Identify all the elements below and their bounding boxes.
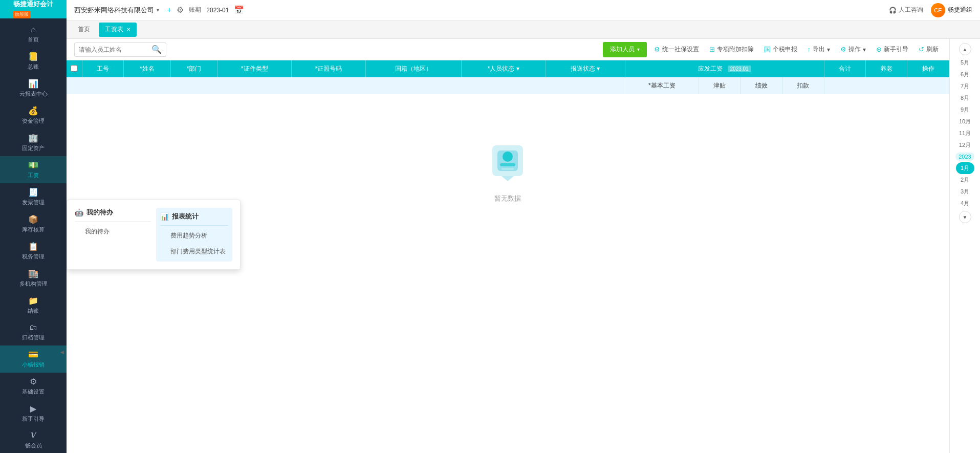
export-dropdown-icon: ▾: [827, 46, 830, 53]
refresh-label: 刷新: [926, 45, 939, 54]
headset-icon: 🎧: [889, 7, 897, 14]
timeline-item-9[interactable]: 9月: [950, 104, 980, 116]
sidebar-item-archive[interactable]: 🗂 归档管理: [0, 319, 67, 346]
special-deduction-button[interactable]: ⊞ 专项附加扣除: [706, 45, 757, 54]
th-checkbox[interactable]: [67, 60, 82, 77]
tab-home[interactable]: 首页: [72, 23, 96, 37]
sidebar-label-multiorg: 多机构管理: [19, 280, 48, 288]
guide-button[interactable]: ⊕ 新手引导: [873, 45, 911, 54]
svg-rect-3: [500, 163, 515, 166]
sidebar-label-expense: 小畅报销: [22, 361, 45, 369]
th-performance: 绩效: [741, 77, 782, 94]
th-department: *部门: [170, 60, 217, 77]
company-name: 西安虾米网络科技有限公司: [74, 6, 154, 15]
operations-button[interactable]: ⚙ 操作 ▾: [837, 45, 869, 54]
svg-rect-4: [502, 168, 514, 170]
multiorg-icon: 🏬: [28, 269, 38, 278]
sidebar-item-tax[interactable]: 📋 税务管理: [0, 238, 67, 265]
tax-declaration-button[interactable]: 国 个税申报: [761, 45, 800, 54]
empty-text: 暂无数据: [494, 194, 521, 203]
guide-icon: ▶: [30, 404, 36, 414]
popup-menu: 🤖 我的待办 我的待办 📊 报表统计 费用趋势分析 部门费用类型统计表: [67, 200, 241, 270]
popup-todo-title-text: 我的待办: [86, 208, 113, 217]
sidebar-item-invoice[interactable]: 🧾 发票管理: [0, 183, 67, 210]
popup-grid: 🤖 我的待办 我的待办 📊 报表统计 费用趋势分析 部门费用类型统计表: [75, 208, 232, 262]
social-insurance-settings-button[interactable]: ⚙ 统一社保设置: [651, 45, 702, 54]
timeline-item-10[interactable]: 10月: [950, 116, 980, 127]
refresh-button[interactable]: ↺ 刷新: [916, 45, 942, 54]
select-all-checkbox[interactable]: [71, 65, 77, 72]
settings-icon: ⚙: [30, 377, 37, 386]
guide-icon: ⊕: [876, 46, 882, 53]
th-status: *人员状态 ▾: [461, 60, 546, 77]
timeline-item-12[interactable]: 12月: [950, 139, 980, 151]
vip-icon: V: [31, 431, 36, 440]
timeline-panel: ▲ 5月 6月 7月 8月 9月 10月 11月 12月 2023 1月 2月 …: [949, 39, 980, 453]
timeline-item-5[interactable]: 5月: [950, 57, 980, 69]
stats-icon: 📊: [160, 212, 169, 221]
th-report-status: 报送状态 ▾: [546, 60, 625, 77]
sidebar-label-guide: 新手引导: [22, 415, 45, 423]
user-info[interactable]: CE 畅捷通组: [931, 3, 972, 17]
sidebar-item-home[interactable]: ⌂ 首页: [0, 21, 67, 48]
timeline-up-button[interactable]: ▲: [959, 43, 971, 55]
th-employee-no: 工号: [82, 60, 123, 77]
timeline-down-button[interactable]: ▼: [959, 211, 971, 223]
tab-salary[interactable]: 工资表 ✕: [99, 23, 137, 37]
sidebar-label-funds: 资金管理: [22, 117, 45, 125]
sidebar-label-settings: 基础设置: [22, 388, 45, 396]
calendar-icon[interactable]: 📅: [234, 5, 244, 15]
sidebar-item-vip[interactable]: V 畅会员: [0, 427, 67, 453]
company-selector[interactable]: 西安虾米网络科技有限公司 ▾: [74, 6, 159, 15]
sidebar-item-salary[interactable]: 💵 工资: [0, 156, 67, 183]
add-company-button[interactable]: +: [167, 6, 171, 15]
popup-item-dept-stats[interactable]: 部门费用类型统计表: [160, 246, 228, 257]
popup-section-reports-title: 📊 报表统计: [160, 212, 228, 226]
tax-declaration-icon: 国: [764, 45, 771, 54]
timeline-item-2[interactable]: 2月: [950, 174, 980, 186]
timeline-item-1-active[interactable]: 1月: [956, 162, 974, 174]
sidebar-item-inventory[interactable]: 📦 库存核算: [0, 210, 67, 238]
sidebar-item-multiorg[interactable]: 🏬 多机构管理: [0, 265, 67, 292]
company-settings-icon[interactable]: ⚙: [177, 5, 184, 15]
th-spacer2: [824, 77, 949, 94]
sidebar-item-expense[interactable]: 💳 小畅报销 ◀: [0, 346, 67, 373]
popup-item-todo[interactable]: 我的待办: [75, 226, 151, 238]
th-nationality: 国籍（地区）: [365, 60, 461, 77]
timeline-item-7[interactable]: 7月: [950, 80, 980, 92]
tax-icon: 📋: [28, 242, 38, 251]
period-badge: 2023.01: [728, 66, 751, 72]
sidebar-item-settings[interactable]: ⚙ 基础设置: [0, 373, 67, 400]
sidebar-item-funds[interactable]: 💰 资金管理: [0, 102, 67, 129]
search-box[interactable]: 🔍: [74, 42, 166, 57]
sidebar-label-invoice: 发票管理: [22, 199, 45, 206]
tab-close-icon[interactable]: ✕: [126, 27, 130, 32]
add-person-button[interactable]: 添加人员 ▾: [603, 42, 647, 57]
company-dropdown-icon: ▾: [157, 7, 159, 13]
archive-icon: 🗂: [29, 323, 37, 332]
popup-reports-title-text: 报表统计: [172, 212, 199, 221]
th-total: 合计: [824, 60, 865, 77]
customer-service-button[interactable]: 🎧 人工咨询: [889, 6, 923, 14]
export-button[interactable]: ↑ 导出 ▾: [804, 45, 834, 54]
timeline-item-3[interactable]: 3月: [950, 186, 980, 198]
sidebar-label-salary: 工资: [28, 171, 39, 179]
invoice-icon: 🧾: [28, 187, 38, 197]
popup-item-trend[interactable]: 费用趋势分析: [160, 230, 228, 242]
timeline-item-4[interactable]: 4月: [950, 198, 980, 209]
popup-section-todo: 🤖 我的待办 我的待办: [75, 208, 151, 262]
sidebar-item-reports[interactable]: 📊 云报表中心: [0, 75, 67, 102]
timeline-item-8[interactable]: 8月: [950, 92, 980, 104]
sidebar-item-guide[interactable]: ▶ 新手引导: [0, 400, 67, 427]
search-input[interactable]: [79, 46, 149, 53]
operations-icon: ⚙: [840, 46, 846, 53]
sidebar-label-vip: 畅会员: [25, 442, 42, 449]
timeline-item-6[interactable]: 6月: [950, 69, 980, 80]
sidebar-item-close[interactable]: 📁 结账: [0, 292, 67, 319]
sidebar-item-ledger[interactable]: 📒 总账: [0, 48, 67, 75]
sidebar-label-ledger: 总账: [28, 63, 39, 71]
timeline-item-11[interactable]: 11月: [950, 127, 980, 139]
sidebar-item-assets[interactable]: 🏢 固定资产: [0, 129, 67, 156]
funds-icon: 💰: [28, 106, 38, 116]
app-sub-label: 旗舰版: [13, 11, 30, 18]
